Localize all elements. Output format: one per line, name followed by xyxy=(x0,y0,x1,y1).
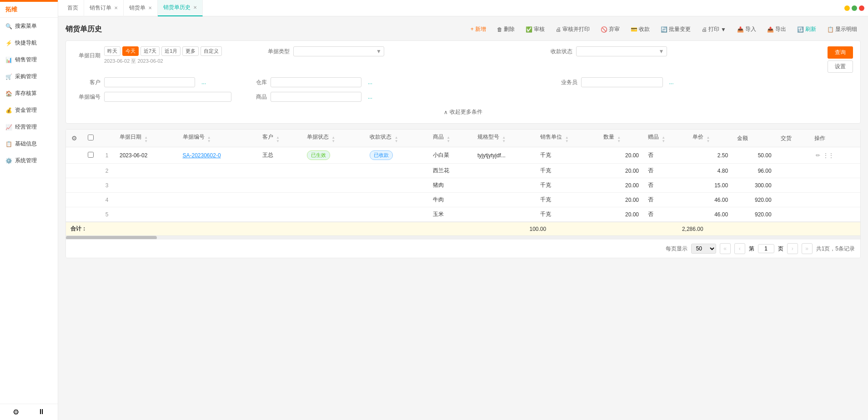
th-customer[interactable]: 客户 ▲ ▼ xyxy=(258,130,302,147)
ops-icon: 📈 xyxy=(5,124,12,130)
query-button[interactable]: 查询 xyxy=(828,46,853,59)
th-quantity[interactable]: 数量 ▲ ▼ xyxy=(599,130,643,147)
show-detail-button[interactable]: 📋 显示明细 xyxy=(823,24,861,35)
th-goods[interactable]: 商品 ▲ ▼ xyxy=(428,130,473,147)
goods-more-btn[interactable]: ... xyxy=(365,93,375,101)
th-gift[interactable]: 赠品 ▲ ▼ xyxy=(643,130,688,147)
new-button[interactable]: + 新增 xyxy=(467,24,490,35)
sidebar-item-label: 资金管理 xyxy=(15,106,37,114)
batch-change-button[interactable]: 🔄 批量变更 xyxy=(657,24,694,35)
row-edit-btn[interactable]: ✏ xyxy=(816,152,820,159)
sidebar-collapse-icon[interactable]: ⏸ xyxy=(38,408,45,416)
tab-sales-history-label: 销货单历史 xyxy=(163,4,191,11)
sidebar-item-search-menu[interactable]: 🔍 搜索菜单 xyxy=(0,18,58,35)
tab-home[interactable]: 首页 xyxy=(62,0,84,16)
sidebar-item-system-mgmt[interactable]: ⚙️ 系统管理 xyxy=(0,152,58,169)
th-unit[interactable]: 销售单位 ▲ ▼ xyxy=(536,130,599,147)
window-close-btn[interactable] xyxy=(859,5,864,11)
customer-more-btn[interactable]: ... xyxy=(199,78,209,86)
export-button[interactable]: 📤 导出 xyxy=(763,24,790,35)
sidebar-item-finance-mgmt[interactable]: 💰 资金管理 xyxy=(0,102,58,119)
print-button[interactable]: 🖨 打印 ▼ xyxy=(698,24,730,35)
sidebar-item-basic-info[interactable]: 📋 基础信息 xyxy=(0,135,58,152)
page-number-input[interactable] xyxy=(758,244,774,253)
sidebar-settings-icon[interactable]: ⚙ xyxy=(13,408,19,416)
th-doc-status[interactable]: 单据状态 ▲ ▼ xyxy=(302,130,366,147)
filter-docno-input[interactable] xyxy=(104,92,231,102)
filter-customer-input[interactable] xyxy=(104,77,195,87)
abandon-button[interactable]: 🚫 弃审 xyxy=(597,24,623,35)
tab-sales-goods-label: 销货单 xyxy=(129,4,146,12)
row-quantity: 20.00 xyxy=(599,178,643,193)
tab-sales-goods[interactable]: 销货单 ✕ xyxy=(124,0,158,16)
date-btn-today[interactable]: 今天 xyxy=(122,46,139,56)
tab-sales-history-close[interactable]: ✕ xyxy=(193,5,197,10)
tab-sales-order-close[interactable]: ✕ xyxy=(114,5,118,10)
doc-no-link[interactable]: SA-20230602-0 xyxy=(183,152,221,159)
row-unit: 千克 xyxy=(536,193,599,207)
th-doc-no[interactable]: 单据编号 ▲ ▼ xyxy=(178,130,258,147)
filter-collect-select[interactable] xyxy=(576,46,667,56)
filter-doctype-select[interactable] xyxy=(293,46,384,56)
th-spec[interactable]: 规格型号 ▲ ▼ xyxy=(473,130,536,147)
delete-button[interactable]: 🗑 删除 xyxy=(493,24,518,35)
row-unit-price: 15.00 xyxy=(688,178,733,193)
filter-warehouse-input[interactable] xyxy=(271,77,361,87)
date-btn-more[interactable]: 更多 xyxy=(182,46,199,56)
audit-button[interactable]: ✅ 审核 xyxy=(522,24,548,35)
tab-sales-goods-close[interactable]: ✕ xyxy=(148,5,152,10)
tab-sales-order-label: 销售订单 xyxy=(90,4,111,12)
audit-print-button[interactable]: 🖨 审核并打印 xyxy=(552,24,593,35)
sidebar-item-inventory[interactable]: 🏠 库存核算 xyxy=(0,85,58,102)
th-doc-date[interactable]: 单据日期 ▲ ▼ xyxy=(115,130,178,147)
select-all-checkbox[interactable] xyxy=(88,135,94,140)
sidebar-item-ops-mgmt[interactable]: 📈 经营管理 xyxy=(0,119,58,135)
row-checkbox[interactable] xyxy=(88,152,94,158)
row-action xyxy=(810,164,860,178)
date-btn-7days[interactable]: 近7天 xyxy=(140,46,160,56)
set-button[interactable]: 设置 xyxy=(828,60,853,73)
page-prev-btn[interactable]: ‹ xyxy=(734,243,745,254)
sidebar-item-sales-mgmt[interactable]: 📊 销售管理 xyxy=(0,51,58,68)
refresh-button[interactable]: 🔃 刷新 xyxy=(793,24,820,35)
row-more-btn[interactable]: ⋮⋮ xyxy=(823,152,834,159)
filter-salesperson-input[interactable] xyxy=(581,77,663,87)
th-unit-price[interactable]: 单价 ▲ ▼ xyxy=(688,130,733,147)
import-button[interactable]: 📥 导入 xyxy=(733,24,760,35)
th-collect-status[interactable]: 收款状态 ▲ ▼ xyxy=(365,130,428,147)
page-size-select[interactable]: 50 100 200 xyxy=(691,244,716,254)
filter-date-group: 单据日期 昨天 今天 近7天 近1月 更多 自定义 2023-06-02 至 2… xyxy=(73,46,255,65)
salesperson-more-btn[interactable]: ... xyxy=(667,78,677,86)
collect-button[interactable]: 💳 收款 xyxy=(627,24,653,35)
warehouse-more-btn[interactable]: ... xyxy=(365,78,375,86)
collapse-btn[interactable]: ∧ 收起更多条件 xyxy=(73,106,853,118)
th-transaction: 交货 xyxy=(776,130,810,147)
page-first-btn[interactable]: « xyxy=(720,243,731,254)
row-checkbox-cell xyxy=(82,164,99,178)
sidebar-logo: 拓维 xyxy=(0,2,58,18)
date-btn-yesterday[interactable]: 昨天 xyxy=(104,46,120,56)
row-doc-no xyxy=(178,178,258,193)
row-doc-date xyxy=(115,164,178,178)
date-btn-1month[interactable]: 近1月 xyxy=(161,46,181,56)
page-last-btn[interactable]: » xyxy=(802,243,813,254)
row-collect-status xyxy=(365,164,428,178)
date-btn-custom[interactable]: 自定义 xyxy=(201,46,222,56)
sidebar-item-label: 库存核算 xyxy=(15,90,37,97)
sidebar-item-label: 快捷导航 xyxy=(15,39,37,47)
date-range-buttons: 昨天 今天 近7天 近1月 更多 自定义 xyxy=(104,46,222,56)
sidebar-item-purchase-mgmt[interactable]: 🛒 采购管理 xyxy=(0,68,58,85)
window-maximize-btn[interactable] xyxy=(852,5,857,11)
horizontal-scrollbar[interactable] xyxy=(66,235,860,239)
sidebar-item-quick-nav[interactable]: ⚡ 快捷导航 xyxy=(0,35,58,51)
table-settings-gear-icon[interactable]: ⚙ xyxy=(71,135,77,142)
export-icon: 📤 xyxy=(767,26,774,33)
filter-goods-input[interactable] xyxy=(271,92,361,102)
row-settings xyxy=(66,207,82,222)
tab-sales-order[interactable]: 销售订单 ✕ xyxy=(84,0,124,16)
row-transaction xyxy=(776,193,810,207)
sidebar-item-label: 搜索菜单 xyxy=(15,22,37,30)
page-next-btn[interactable]: › xyxy=(787,243,798,254)
tab-sales-history[interactable]: 销货单历史 ✕ xyxy=(158,0,203,16)
window-minimize-btn[interactable] xyxy=(844,5,850,11)
